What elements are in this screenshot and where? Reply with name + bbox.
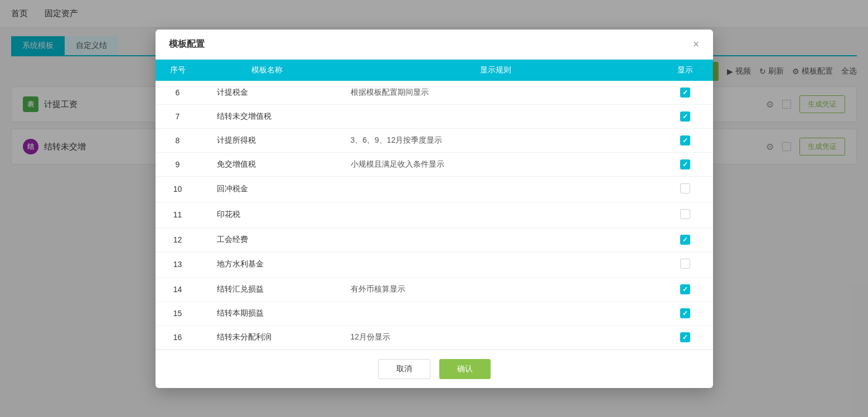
modal-close-button[interactable]: × — [693, 38, 700, 50]
checkbox-checked[interactable] — [680, 235, 690, 245]
col-seq: 序号 — [156, 60, 200, 81]
modal-template-config: 模板配置 × 序号 模板名称 显示规则 显示 6计提税金根据模板配置期间显示7结… — [156, 30, 713, 388]
cell-name: 地方水利基金 — [200, 251, 334, 277]
confirm-button[interactable]: 确认 — [439, 359, 491, 379]
table-body: 6计提税金根据模板配置期间显示7结转未交增值税8计提所得税3、6、9、12月按季… — [156, 81, 713, 350]
checkbox-unchecked[interactable] — [680, 209, 690, 219]
modal-footer: 取消 确认 — [156, 350, 713, 388]
cell-rule — [334, 227, 657, 251]
cell-seq: 13 — [156, 251, 200, 277]
cell-rule: 12月份显示 — [334, 325, 657, 349]
checkbox-checked[interactable] — [680, 308, 690, 318]
table-row: 7结转未交增值税 — [156, 104, 713, 128]
table-row: 12工会经费 — [156, 227, 713, 251]
cell-seq: 6 — [156, 81, 200, 105]
table-row: 14结转汇兑损益有外币核算显示 — [156, 277, 713, 301]
cell-checkbox — [657, 202, 713, 227]
checkbox-checked[interactable] — [680, 88, 690, 98]
checkbox-checked[interactable] — [680, 111, 690, 122]
cell-rule — [334, 104, 657, 128]
cell-name: 计提税金 — [200, 81, 334, 105]
cell-rule: 3、6、9、12月按季度显示 — [334, 128, 657, 152]
table-header-row: 序号 模板名称 显示规则 显示 — [156, 60, 713, 81]
cell-name: 印花税 — [200, 202, 334, 227]
cell-seq: 9 — [156, 152, 200, 176]
table-row: 11印花税 — [156, 202, 713, 227]
cell-name: 结转本期损益 — [200, 301, 334, 325]
cancel-button[interactable]: 取消 — [378, 359, 430, 379]
table-row: 13地方水利基金 — [156, 251, 713, 277]
col-rule: 显示规则 — [334, 60, 657, 81]
cell-checkbox — [657, 176, 713, 202]
cell-rule — [334, 202, 657, 227]
cell-seq: 8 — [156, 128, 200, 152]
cell-rule: 根据模板配置期间显示 — [334, 81, 657, 105]
cell-rule — [334, 251, 657, 277]
table-row: 6计提税金根据模板配置期间显示 — [156, 81, 713, 105]
cell-seq: 10 — [156, 176, 200, 202]
cell-name: 工会经费 — [200, 227, 334, 251]
cell-checkbox — [657, 277, 713, 301]
cell-seq: 15 — [156, 301, 200, 325]
cell-name: 结转未交增值税 — [200, 104, 334, 128]
table-row: 8计提所得税3、6、9、12月按季度显示 — [156, 128, 713, 152]
cell-name: 回冲税金 — [200, 176, 334, 202]
modal-header: 模板配置 × — [156, 30, 713, 60]
modal-body: 序号 模板名称 显示规则 显示 6计提税金根据模板配置期间显示7结转未交增值税8… — [156, 60, 713, 350]
checkbox-checked[interactable] — [680, 159, 690, 169]
cell-name: 免交增值税 — [200, 152, 334, 176]
modal-title: 模板配置 — [169, 38, 205, 50]
cell-rule — [334, 301, 657, 325]
cell-seq: 7 — [156, 104, 200, 128]
checkbox-unchecked[interactable] — [680, 183, 690, 193]
cell-rule — [334, 176, 657, 202]
checkbox-checked[interactable] — [680, 135, 690, 146]
cell-seq: 11 — [156, 202, 200, 227]
cell-checkbox — [657, 81, 713, 105]
cell-name: 结转未分配利润 — [200, 325, 334, 349]
cell-rule: 小规模且满足收入条件显示 — [334, 152, 657, 176]
cell-checkbox — [657, 227, 713, 251]
col-display: 显示 — [657, 60, 713, 81]
table-row: 16结转未分配利润12月份显示 — [156, 325, 713, 349]
cell-checkbox — [657, 301, 713, 325]
cell-name: 结转汇兑损益 — [200, 277, 334, 301]
table-row: 10回冲税金 — [156, 176, 713, 202]
cell-checkbox — [657, 325, 713, 349]
table-row: 9免交增值税小规模且满足收入条件显示 — [156, 152, 713, 176]
table-row: 15结转本期损益 — [156, 301, 713, 325]
cell-seq: 14 — [156, 277, 200, 301]
checkbox-checked[interactable] — [680, 284, 690, 294]
col-name: 模板名称 — [200, 60, 334, 81]
cell-rule: 有外币核算显示 — [334, 277, 657, 301]
cell-checkbox — [657, 104, 713, 128]
cell-name: 计提所得税 — [200, 128, 334, 152]
cell-seq: 12 — [156, 227, 200, 251]
cell-checkbox — [657, 152, 713, 176]
checkbox-checked[interactable] — [680, 332, 690, 342]
checkbox-unchecked[interactable] — [680, 259, 690, 269]
modal-overlay: 模板配置 × 序号 模板名称 显示规则 显示 6计提税金根据模板配置期间显示7结… — [0, 0, 868, 417]
cell-checkbox — [657, 251, 713, 277]
config-table: 序号 模板名称 显示规则 显示 6计提税金根据模板配置期间显示7结转未交增值税8… — [156, 60, 713, 350]
cell-checkbox — [657, 128, 713, 152]
cell-seq: 16 — [156, 325, 200, 349]
